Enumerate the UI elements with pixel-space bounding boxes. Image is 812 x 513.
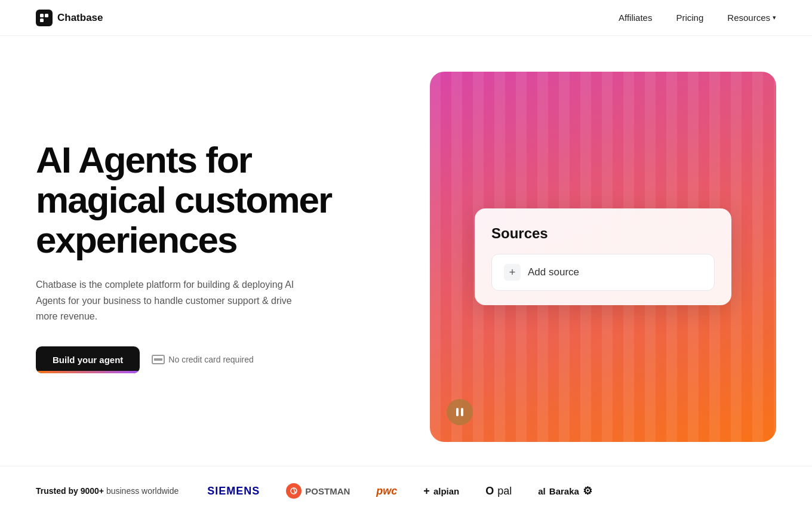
no-card-row: No credit card required <box>152 355 253 364</box>
svg-rect-0 <box>40 14 44 17</box>
trusted-bar: Trusted by 9000+ business worldwide SIEM… <box>0 466 812 513</box>
svg-point-5 <box>294 492 296 493</box>
svg-rect-2 <box>40 19 44 22</box>
no-card-text: No credit card required <box>168 355 253 364</box>
brand-alpian: +alpian <box>423 485 459 497</box>
nav-resources[interactable]: Resources ▾ <box>727 13 776 23</box>
add-source-label: Add source <box>528 266 579 278</box>
postman-icon <box>286 483 302 499</box>
hero-cta-row: Build your agent No credit card required <box>36 346 406 373</box>
chevron-down-icon: ▾ <box>773 14 776 21</box>
brand-postman: POSTMAN <box>286 483 350 499</box>
hero-section: AI Agents for magical customer experienc… <box>0 36 812 466</box>
hero-subtitle: Chatbase is the complete platform for bu… <box>36 277 299 324</box>
brand-logo-row: SIEMENS POSTMAN pwc +alpian Opal alBarak… <box>207 483 776 499</box>
logo-text: Chatbase <box>57 12 103 24</box>
nav-pricing[interactable]: Pricing <box>676 13 703 23</box>
sources-card-title: Sources <box>491 225 715 242</box>
hero-title: AI Agents for magical customer experienc… <box>36 140 406 260</box>
brand-siemens: SIEMENS <box>207 485 260 497</box>
hero-visual: Sources + Add source <box>430 72 776 442</box>
plus-icon: + <box>504 264 521 281</box>
brand-albaraka: alBaraka⚙ <box>538 484 592 497</box>
nav-links: Affiliates Pricing Resources ▾ <box>619 13 776 23</box>
hero-left: AI Agents for magical customer experienc… <box>36 140 406 373</box>
brand-opal: Opal <box>485 485 512 497</box>
build-agent-button[interactable]: Build your agent <box>36 346 140 373</box>
logo-icon <box>36 10 53 26</box>
pause-button[interactable] <box>447 399 473 425</box>
brand-pwc: pwc <box>376 485 397 497</box>
credit-card-icon <box>152 355 165 364</box>
sources-card: Sources + Add source <box>475 208 731 305</box>
svg-rect-1 <box>45 14 48 17</box>
logo-link[interactable]: Chatbase <box>36 10 103 26</box>
add-source-button[interactable]: + Add source <box>491 254 715 291</box>
pause-icon <box>456 408 463 416</box>
trusted-label: Trusted by 9000+ business worldwide <box>36 486 179 496</box>
hero-right: Sources + Add source <box>430 72 776 442</box>
navbar: Chatbase Affiliates Pricing Resources ▾ <box>0 0 812 36</box>
nav-affiliates[interactable]: Affiliates <box>619 13 652 23</box>
